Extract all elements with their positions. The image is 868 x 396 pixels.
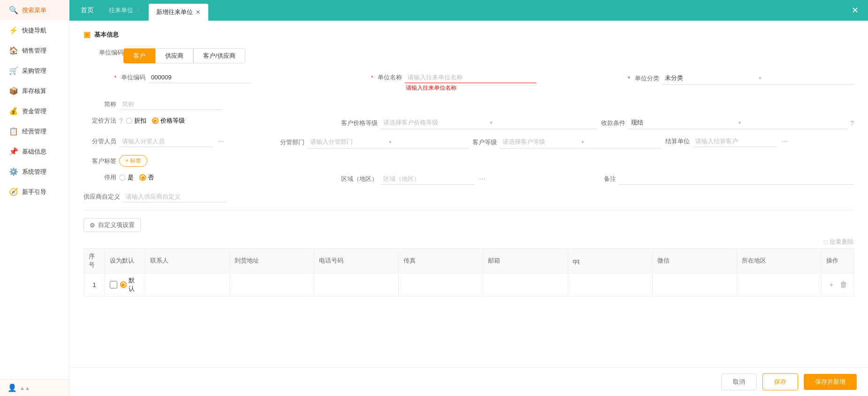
cell-contact[interactable] <box>145 273 229 296</box>
payment-help-icon[interactable]: ? <box>850 119 854 127</box>
sidebar-item-newbie[interactable]: 🧭 新手引导 <box>0 182 69 202</box>
disabled-yes-radio[interactable] <box>119 174 126 181</box>
add-tag-button[interactable]: + 标签 <box>119 155 147 167</box>
tab-partner-close[interactable]: ✕ <box>136 7 141 14</box>
disabled-yes-option[interactable]: 是 <box>119 173 134 182</box>
payment-terms-value: 现结 <box>631 118 737 127</box>
default-radio-option[interactable]: 默认 <box>120 276 140 293</box>
customer-level-select[interactable]: 请选择客户等级 ▾ <box>500 136 662 148</box>
pricing-level-radio[interactable] <box>152 117 159 124</box>
payment-terms-col: 收款条件 现结 ▾ ? <box>597 116 854 129</box>
cell-qq[interactable] <box>568 273 652 296</box>
cell-default: 默认 <box>105 273 145 296</box>
delete-row-button[interactable]: 🗑 <box>838 280 849 289</box>
chevron-down-icon: ▾ <box>581 139 658 145</box>
unit-type-supplier[interactable]: 供应商 <box>155 48 193 63</box>
manager-input[interactable] <box>119 136 213 147</box>
tag-col: 客户标签 + 标签 <box>84 155 854 167</box>
phone-input[interactable] <box>319 280 394 290</box>
tab-new-partner-close[interactable]: ✕ <box>196 9 200 16</box>
address-input[interactable] <box>235 280 309 290</box>
batch-delete-icon: □ <box>824 239 828 246</box>
gear-icon: ⚙ <box>90 222 95 229</box>
default-radio[interactable] <box>120 281 127 288</box>
abbr-input[interactable] <box>119 99 222 110</box>
cell-wechat[interactable] <box>652 273 737 296</box>
customer-price-placeholder: 请选择客户价格等级 <box>383 118 488 127</box>
customer-price-select[interactable]: 请选择客户价格等级 ▾ <box>381 116 597 129</box>
unit-type-customer[interactable]: 客户 <box>123 48 155 63</box>
sidebar-item-label: 库存核算 <box>22 87 46 95</box>
pricing-discount-radio[interactable] <box>126 117 132 124</box>
pricing-discount-option[interactable]: 折扣 <box>126 116 146 125</box>
disabled-no-label: 否 <box>148 173 154 182</box>
manager-more-icon[interactable]: ··· <box>216 137 226 146</box>
region-input[interactable] <box>381 173 474 185</box>
row-supplier-custom: 供应商自定义 <box>84 191 854 202</box>
tab-home[interactable]: 首页 <box>73 6 101 15</box>
row-checkbox[interactable] <box>110 281 117 288</box>
sidebar-item-finance[interactable]: 💰 资金管理 <box>0 101 69 121</box>
region-more-icon[interactable]: ··· <box>477 175 487 183</box>
sidebar-item-sales[interactable]: 🏠 销售管理 <box>0 40 69 61</box>
unit-category-select[interactable]: 未分类 ▾ <box>662 72 854 85</box>
region-table-input[interactable] <box>742 280 816 290</box>
sidebar-item-label: 基础信息 <box>22 148 46 156</box>
sidebar-item-purchase[interactable]: 🛒 采购管理 <box>0 61 69 81</box>
save-button[interactable]: 保存 <box>762 373 798 390</box>
sidebar-item-quick-nav[interactable]: ⚡ 快捷导航 <box>0 20 69 40</box>
unit-code-input[interactable] <box>148 72 251 83</box>
supplier-custom-label: 供应商自定义 <box>84 193 120 201</box>
contact-input[interactable] <box>150 280 225 290</box>
fax-input[interactable] <box>404 280 478 290</box>
customer-level-label: 客户等级 <box>469 138 497 147</box>
quicknav-icon: ⚡ <box>9 26 18 35</box>
disabled-no-option[interactable]: 否 <box>139 173 154 182</box>
remark-input[interactable] <box>619 173 854 185</box>
sidebar-item-search[interactable]: 🔍 搜索菜单 <box>0 0 69 20</box>
tab-new-partner[interactable]: 新增往来单位 ✕ <box>149 4 208 21</box>
unit-category-value: 未分类 <box>665 74 757 82</box>
cell-phone[interactable] <box>314 273 399 296</box>
payment-terms-select[interactable]: 现结 ▾ <box>628 116 848 129</box>
cancel-button[interactable]: 取消 <box>721 373 757 390</box>
unit-name-error: 请输入往来单位名称 <box>406 85 457 91</box>
email-input[interactable] <box>488 280 563 290</box>
cell-region[interactable] <box>737 273 822 296</box>
manager-col: 分管人员 ··· <box>84 136 276 147</box>
disabled-no-radio[interactable] <box>139 174 146 181</box>
custom-setting-button[interactable]: ⚙ 自定义项设置 <box>84 218 141 232</box>
unit-code-col: * 单位编码 <box>84 72 340 83</box>
unit-type-both[interactable]: 客户/供应商 <box>193 48 245 63</box>
dept-label: 分管部门 <box>276 138 305 147</box>
batch-delete-label[interactable]: 批量删除 <box>830 238 854 246</box>
dept-select[interactable]: 请输入分管部门 ▾ <box>307 136 469 148</box>
col-qq: qq <box>568 248 652 273</box>
chevron-down-icon: ▾ <box>490 120 594 126</box>
tab-partner[interactable]: 往来单位 ✕ <box>101 0 149 21</box>
settlement-input[interactable] <box>693 136 777 147</box>
add-row-button[interactable]: ＋ <box>826 280 837 290</box>
sidebar-item-sys[interactable]: ⚙️ 系统管理 <box>0 162 69 182</box>
settlement-more-icon[interactable]: ··· <box>780 137 790 146</box>
tabbar-close-button[interactable]: ✕ <box>846 5 864 16</box>
unit-name-input[interactable] <box>405 72 536 83</box>
dept-placeholder: 请输入分管部门 <box>310 138 387 146</box>
sidebar-item-operations[interactable]: 📋 经营管理 <box>0 121 69 141</box>
save-and-new-button[interactable]: 保存并新增 <box>804 374 857 390</box>
cell-address[interactable] <box>229 273 314 296</box>
cell-seq: 1 <box>84 273 105 296</box>
sidebar-item-basic-info[interactable]: 📌 基础信息 <box>0 141 69 162</box>
qq-input[interactable] <box>573 280 647 290</box>
settlement-col: 结算单位 ··· <box>662 136 854 147</box>
supplier-custom-input[interactable] <box>123 191 226 202</box>
wechat-input[interactable] <box>657 280 732 290</box>
disabled-col: 停用 是 否 <box>84 173 340 182</box>
sidebar-bottom: 👤 ▲▲ <box>0 379 69 396</box>
cell-email[interactable] <box>483 273 568 296</box>
sidebar-item-inventory[interactable]: 📦 库存核算 <box>0 81 69 101</box>
pricing-help-icon[interactable]: ? <box>119 117 123 124</box>
custom-setting-label: 自定义项设置 <box>98 221 135 229</box>
cell-fax[interactable] <box>399 273 483 296</box>
pricing-level-option[interactable]: 价格等级 <box>152 116 185 125</box>
